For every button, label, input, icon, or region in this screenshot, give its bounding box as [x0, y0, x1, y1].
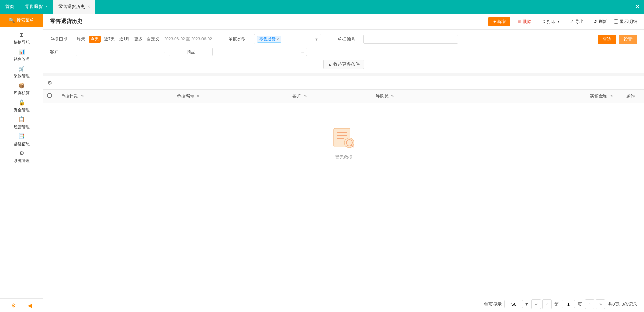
sidebar-item-purchase-mgmt[interactable]: 🛒 采购管理 — [0, 64, 43, 81]
customer-label: 客户 — [50, 49, 70, 55]
next-page-button[interactable]: › — [585, 299, 594, 309]
date-7days[interactable]: 近7天 — [103, 36, 116, 43]
filter-panel: 单据日期 昨天 今天 近7天 近1月 更多 自定义 2023-06-02 至 2… — [43, 30, 644, 73]
table-toolbar: ⚙ — [43, 76, 644, 90]
th-amount: 实销金额 ⇅ — [501, 90, 617, 103]
th-checkbox — [43, 90, 57, 103]
page-header: 零售退货历史 + 新增 🗑 删除 🖨 打印 ▼ ↗ 导出 — [43, 14, 644, 30]
sidebar-item-system-mgmt[interactable]: ⚙ 系统管理 — [0, 148, 43, 165]
new-button[interactable]: + 新增 — [488, 17, 510, 26]
total-label: 共0页, 0条记录 — [608, 301, 637, 307]
delete-button-label: 删除 — [523, 19, 532, 25]
display-detail-check[interactable]: 显示明细 — [614, 19, 637, 25]
th-guide: 导购员 ⇅ — [372, 90, 471, 103]
sidebar-item-sales-mgmt-label: 销售管理 — [14, 57, 30, 62]
sidebar-item-finance[interactable]: 🔒 资金管理 — [0, 97, 43, 114]
delete-button[interactable]: 🗑 删除 — [515, 17, 534, 26]
per-page-label: 每页显示 — [484, 301, 502, 307]
system-mgmt-icon: ⚙ — [18, 150, 25, 157]
customer-select[interactable]: ... ··· — [76, 48, 170, 56]
product-label: 商品 — [187, 49, 207, 55]
sidebar-item-quick-nav-label: 快捷导航 — [14, 40, 30, 45]
date-1month[interactable]: 近1月 — [118, 36, 131, 43]
th-spacer — [471, 90, 501, 103]
date-yesterday[interactable]: 昨天 — [76, 36, 87, 43]
doc-type-tag-remove[interactable]: × — [277, 37, 279, 42]
page-size-dropdown-icon[interactable]: ▼ — [524, 302, 529, 307]
doc-type-tag-label: 零售退货 — [259, 36, 276, 42]
doc-type-label: 单据类型 — [228, 36, 248, 42]
date-range-display: 2023-06-02 至 2023-06-02 — [164, 36, 212, 42]
refresh-button-label: 刷新 — [598, 19, 607, 25]
th-customer-sort-icon[interactable]: ⇅ — [304, 94, 307, 98]
th-customer: 客户 ⇅ — [288, 90, 371, 103]
print-icon: 🖨 — [541, 19, 546, 24]
next-page-icon: › — [589, 302, 590, 307]
product-select[interactable]: ... ··· — [212, 48, 307, 56]
tab-retail-return-history-close[interactable]: × — [88, 4, 90, 9]
collapse-filter-button[interactable]: ▲ 收起更多条件 — [323, 60, 364, 69]
settings-icon[interactable]: ⚙ — [11, 302, 16, 309]
window-close-button[interactable]: ✕ — [630, 0, 644, 14]
sidebar-item-finance-label: 资金管理 — [14, 107, 30, 113]
tab-retail-return-close[interactable]: × — [45, 4, 48, 9]
sidebar-item-inventory[interactable]: 📦 库存核算 — [0, 81, 43, 97]
quick-nav-icon: ⊞ — [18, 31, 25, 38]
th-guide-sort-icon[interactable]: ⇅ — [391, 94, 394, 98]
main-layout: 🔍 搜索菜单 ⊞ 快捷导航 📊 销售管理 🛒 采购管理 📦 库存核算 🔒 — [0, 14, 644, 312]
query-button-label: 查询 — [603, 36, 612, 42]
doc-number-input[interactable] — [363, 35, 458, 44]
sidebar-item-operations[interactable]: 📋 经营管理 — [0, 114, 43, 131]
page-unit: 页 — [578, 301, 582, 307]
tab-home-label: 首页 — [5, 4, 14, 10]
page-size-select[interactable]: ▼ — [504, 300, 529, 308]
doc-type-dropdown-icon: ▼ — [315, 37, 318, 41]
settings-button[interactable]: 设置 — [619, 35, 637, 44]
date-custom[interactable]: 自定义 — [146, 36, 161, 43]
last-page-button[interactable]: » — [596, 299, 605, 309]
prev-page-icon: ‹ — [546, 302, 548, 307]
first-page-button[interactable]: « — [531, 299, 541, 309]
date-today[interactable]: 今天 — [89, 36, 101, 43]
sidebar-item-sales-mgmt[interactable]: 📊 销售管理 — [0, 47, 43, 64]
export-button[interactable]: ↗ 导出 — [567, 17, 587, 26]
tab-bar: 首页 零售退货 × 零售退货历史 × — [0, 0, 630, 14]
tab-home[interactable]: 首页 — [0, 0, 20, 14]
operations-icon: 📋 — [18, 116, 25, 123]
th-doc-number-sort-icon[interactable]: ⇅ — [197, 94, 199, 98]
page-size-input[interactable] — [504, 300, 523, 308]
content-area: 零售退货历史 + 新增 🗑 删除 🖨 打印 ▼ ↗ 导出 — [43, 14, 644, 312]
prev-page-button[interactable]: ‹ — [542, 299, 552, 309]
th-doc-number: 单据编号 ⇅ — [173, 90, 289, 103]
page-number-input[interactable] — [562, 300, 575, 308]
doc-type-select[interactable]: 零售退货 × ▼ — [254, 34, 321, 44]
print-button[interactable]: 🖨 打印 ▼ — [539, 17, 563, 26]
empty-state: 暂无数据 — [43, 103, 644, 181]
sidebar-search-button[interactable]: 🔍 搜索菜单 — [0, 14, 43, 27]
th-amount-label: 实销金额 — [590, 93, 607, 98]
display-detail-checkbox[interactable] — [614, 19, 618, 24]
empty-icon — [330, 123, 357, 150]
refresh-button[interactable]: ↺ 刷新 — [591, 17, 610, 26]
customer-placeholder: ... — [79, 49, 82, 54]
top-bar: 首页 零售退货 × 零售退货历史 × ✕ — [0, 0, 644, 14]
th-amount-sort-icon[interactable]: ⇅ — [610, 94, 613, 98]
customer-dropdown-icon: ··· — [164, 50, 167, 54]
sidebar-item-quick-nav[interactable]: ⊞ 快捷导航 — [0, 30, 43, 47]
query-button[interactable]: 查询 — [598, 35, 616, 44]
collapse-label: 收起更多条件 — [333, 61, 360, 67]
date-more[interactable]: 更多 — [133, 36, 144, 43]
date-shortcuts: 昨天 今天 近7天 近1月 更多 自定义 2023-06-02 至 2023-0… — [76, 36, 212, 43]
sidebar-item-basic-info[interactable]: 📑 基础信息 — [0, 131, 43, 148]
page-nav: « ‹ — [531, 299, 552, 309]
settings-button-label: 设置 — [624, 36, 633, 42]
page-label: 第 — [554, 301, 559, 307]
select-all-checkbox[interactable] — [47, 93, 52, 98]
tab-retail-return-history-label: 零售退货历史 — [58, 4, 85, 10]
purchase-mgmt-icon: 🛒 — [18, 65, 25, 72]
tab-retail-return-history[interactable]: 零售退货历史 × — [53, 0, 95, 14]
collapse-sidebar-icon[interactable]: ◀ — [28, 302, 32, 309]
th-doc-date-sort-icon[interactable]: ⇅ — [81, 94, 84, 98]
tab-retail-return[interactable]: 零售退货 × — [20, 0, 53, 14]
table-column-settings-icon[interactable]: ⚙ — [47, 80, 52, 86]
